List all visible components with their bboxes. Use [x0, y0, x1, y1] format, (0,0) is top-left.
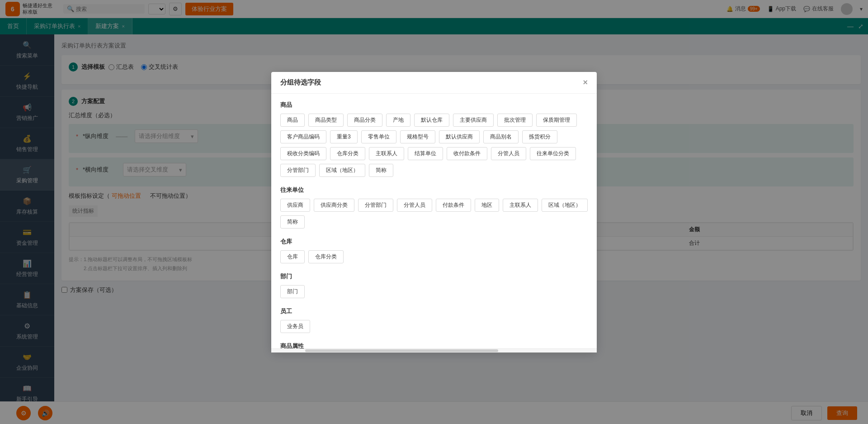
field-partner-region[interactable]: 地区 — [475, 199, 499, 212]
field-customer-sku[interactable]: 客户商品编码 — [280, 130, 326, 143]
field-default-warehouse[interactable]: 默认仓库 — [414, 114, 449, 127]
field-settle-unit[interactable]: 结算单位 — [408, 147, 443, 160]
field-main-contact[interactable]: 主联系人 — [369, 147, 404, 160]
category-warehouse-title: 仓库 — [280, 238, 588, 246]
category-partner: 往来单位 供应商 供应商分类 分管部门 分管人员 付款条件 地区 主联系人 区域… — [280, 186, 588, 229]
modal-header: 分组待选字段 × — [271, 72, 597, 94]
modal-hscrollbar[interactable] — [271, 348, 597, 352]
field-payment-condition[interactable]: 付款条件 — [436, 199, 471, 212]
field-default-supplier[interactable]: 默认供应商 — [439, 130, 480, 143]
category-staff: 员工 业务员 — [280, 307, 588, 333]
field-payment-terms[interactable]: 收付款条件 — [447, 147, 487, 160]
modal-dialog: 分组待选字段 × 商品 商品 商品类型 商品分类 产地 默认仓库 主要供应商 批… — [271, 72, 597, 353]
field-short-name-product[interactable]: 简称 — [369, 164, 393, 177]
category-partner-title: 往来单位 — [280, 186, 588, 194]
field-spec-model[interactable]: 规格型号 — [400, 130, 435, 143]
field-salesperson[interactable]: 业务员 — [280, 320, 310, 333]
field-product-alias[interactable]: 商品别名 — [483, 130, 519, 143]
category-product-fields: 商品 商品类型 商品分类 产地 默认仓库 主要供应商 批次管理 保质期管理 客户… — [280, 114, 588, 177]
modal-overlay: 分组待选字段 × 商品 商品 商品类型 商品分类 产地 默认仓库 主要供应商 批… — [0, 0, 868, 424]
field-partner-main-contact[interactable]: 主联系人 — [503, 199, 538, 212]
field-partner-short-name[interactable]: 简称 — [280, 215, 305, 229]
field-origin[interactable]: 产地 — [386, 114, 410, 127]
category-warehouse-fields: 仓库 仓库分类 — [280, 250, 588, 263]
field-weight3[interactable]: 重量3 — [330, 130, 358, 143]
field-warehouse-cat[interactable]: 仓库分类 — [308, 250, 344, 263]
field-pick-points[interactable]: 拣货积分 — [522, 130, 557, 143]
category-warehouse: 仓库 仓库 仓库分类 — [280, 238, 588, 263]
field-product-type[interactable]: 商品类型 — [308, 114, 344, 127]
category-product-attr: 商品属性 属性 颜色 多规格 尺码 鞋码 1 — [280, 342, 588, 349]
field-transaction-category[interactable]: 往来单位分类 — [530, 147, 576, 160]
field-shelf-life[interactable]: 保质期管理 — [536, 114, 577, 127]
field-retail-unit[interactable]: 零售单位 — [361, 130, 396, 143]
field-warehouse[interactable]: 仓库 — [280, 250, 305, 263]
category-staff-title: 员工 — [280, 307, 588, 315]
field-supplier[interactable]: 供应商 — [280, 199, 310, 212]
field-dept[interactable]: 部门 — [280, 285, 305, 298]
field-partner-admin-staff[interactable]: 分管人员 — [397, 199, 432, 212]
field-product[interactable]: 商品 — [280, 114, 305, 127]
category-dept: 部门 部门 — [280, 272, 588, 298]
field-tax-code[interactable]: 税收分类编码 — [280, 147, 326, 160]
field-main-supplier[interactable]: 主要供应商 — [453, 114, 494, 127]
field-region-product[interactable]: 区域（地区） — [319, 164, 365, 177]
category-dept-fields: 部门 — [280, 285, 588, 298]
field-supplier-category[interactable]: 供应商分类 — [314, 199, 354, 212]
category-product-attr-title: 商品属性 — [280, 342, 588, 349]
category-staff-fields: 业务员 — [280, 320, 588, 333]
field-batch-manage[interactable]: 批次管理 — [497, 114, 533, 127]
category-dept-title: 部门 — [280, 272, 588, 281]
field-partner-area[interactable]: 区域（地区） — [542, 199, 588, 212]
field-warehouse-category[interactable]: 仓库分类 — [330, 147, 365, 160]
category-partner-fields: 供应商 供应商分类 分管部门 分管人员 付款条件 地区 主联系人 区域（地区） … — [280, 199, 588, 229]
modal-body: 商品 商品 商品类型 商品分类 产地 默认仓库 主要供应商 批次管理 保质期管理… — [271, 94, 597, 349]
category-product: 商品 商品 商品类型 商品分类 产地 默认仓库 主要供应商 批次管理 保质期管理… — [280, 101, 588, 177]
modal-close-button[interactable]: × — [583, 78, 588, 86]
field-product-category[interactable]: 商品分类 — [347, 114, 382, 127]
modal-hscroll-thumb[interactable] — [305, 349, 498, 352]
modal-title: 分组待选字段 — [280, 78, 321, 87]
category-product-title: 商品 — [280, 101, 588, 109]
field-partner-admin-dept[interactable]: 分管部门 — [358, 199, 393, 212]
field-admin-staff[interactable]: 分管人员 — [491, 147, 526, 160]
field-admin-dept[interactable]: 分管部门 — [280, 164, 316, 177]
